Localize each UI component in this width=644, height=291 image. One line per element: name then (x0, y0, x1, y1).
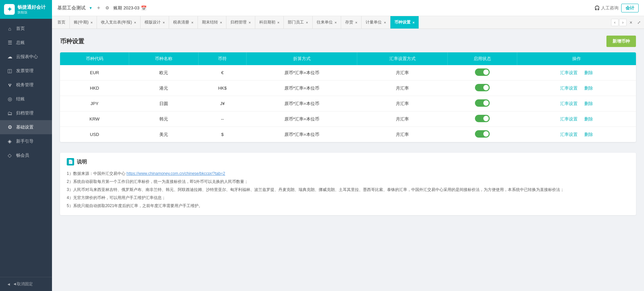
cell-action-0: 汇率设置 删除 (517, 65, 636, 81)
cell-calc-3: 原币*汇率=本位币 (247, 111, 357, 127)
sidebar-item-settings[interactable]: ⚙ 基础设置 (0, 120, 52, 134)
tab-archive-mgr-close[interactable]: × (249, 20, 251, 25)
tab-currency-close[interactable]: × (413, 20, 415, 25)
rate-setting-link-4[interactable]: 汇率设置 (560, 132, 578, 137)
table-row: HKD 港元 HK$ 原币*汇率=本位币 月汇率 汇率设置 删除 (60, 81, 636, 96)
sidebar-item-invoice[interactable]: ◫ 发票管理 (0, 64, 52, 78)
toggle-enabled-1[interactable] (475, 84, 490, 91)
toggle-enabled-3[interactable] (475, 115, 490, 122)
tab-unit[interactable]: 计量单位 × (362, 16, 390, 29)
tab-unit-label: 计量单位 (366, 19, 382, 25)
tab-prev-button[interactable]: ‹ (611, 19, 619, 26)
rate-setting-link-0[interactable]: 汇率设置 (560, 70, 578, 75)
tab-home[interactable]: 首页 (53, 16, 70, 29)
currency-table: 币种代码 币种名称 币符 折算方式 汇率设置方式 启用状态 操作 EUR 欧元 … (60, 52, 636, 142)
cell-code-2: JPY (60, 96, 129, 111)
sidebar-label-report: 云报表中心 (16, 54, 38, 60)
sidebar-item-tax[interactable]: ⛛ 税务管理 (0, 78, 52, 92)
tab-archive-mgr[interactable]: 归档管理 × (226, 16, 255, 29)
tab-stock-close[interactable]: × (355, 20, 357, 25)
sidebar: ✦ 畅捷通好会计 旗舰版 ⌂ 首页 ☰ 总账 ☁ 云报表中心 ◫ 发票管理 ⛛ … (0, 0, 52, 291)
tab-stock[interactable]: 存货 × (341, 16, 362, 29)
sidebar-label-guide: 新手引导 (16, 138, 34, 144)
delete-link-0[interactable]: 删除 (584, 70, 593, 75)
notes-header: 📄 说明 (67, 158, 629, 165)
cell-status-4 (448, 127, 517, 142)
tab-dept[interactable]: 部门员工 × (284, 16, 312, 29)
toggle-enabled-4[interactable] (475, 130, 490, 138)
note-item-2: 3）人民币对马来西亚林吉特、俄罗斯卢布、南非兰特、韩元、阿联酋迪拉姆、沙特里亚尔… (67, 186, 629, 194)
main-area: 基层工会测试 ▾ ＋ ⚙ 账期 2023-03 📅 🎧 人工咨询 会计 首页 账… (52, 0, 644, 291)
cell-symbol-3: -- (198, 111, 247, 127)
period-value: 2023-03 (123, 5, 140, 10)
add-tab-button[interactable]: ＋ (96, 4, 101, 11)
content-area: 币种设置 新增币种 币种代码 币种名称 币符 折算方式 汇率设置方式 启用状态 … (52, 29, 644, 291)
sidebar-nav: ⌂ 首页 ☰ 总账 ☁ 云报表中心 ◫ 发票管理 ⛛ 税务管理 ◎ 结账 🗂 归… (0, 19, 52, 277)
tab-close-all-button[interactable]: × (627, 19, 635, 26)
tab-income[interactable]: 收入支出表(年报) × (97, 16, 140, 29)
cell-code-4: USD (60, 127, 129, 142)
cell-symbol-4: $ (198, 127, 247, 142)
tab-tax-clear-close[interactable]: × (191, 20, 193, 25)
toggle-enabled-2[interactable] (475, 99, 490, 107)
cell-calc-0: 原币*汇率=本位币 (247, 65, 357, 81)
sidebar-item-ledger[interactable]: ☰ 总账 (0, 36, 52, 50)
delete-link-4[interactable]: 删除 (584, 132, 593, 137)
tab-period[interactable]: 账(中期) × (70, 16, 97, 29)
delete-link-3[interactable]: 删除 (584, 116, 593, 122)
tab-unit-close[interactable]: × (384, 20, 386, 25)
tab-next-button[interactable]: › (619, 19, 627, 26)
cell-action-1: 汇率设置 删除 (517, 81, 636, 96)
delete-link-1[interactable]: 删除 (584, 86, 593, 91)
tab-tax-clear[interactable]: 税表清册 × (169, 16, 198, 29)
tab-template-close[interactable]: × (163, 20, 165, 25)
tab-income-label: 收入支出表(年报) (101, 19, 132, 25)
tab-currency-label: 币种设置 (394, 19, 411, 25)
account-button[interactable]: 会计 (621, 4, 639, 12)
tab-period-label: 账(中期) (74, 19, 89, 25)
rate-setting-link-3[interactable]: 汇率设置 (560, 116, 578, 122)
delete-link-2[interactable]: 删除 (584, 101, 593, 106)
note-item-3: 4）无官方牌价的币种，可以用用户手工维护汇率信息； (67, 194, 629, 202)
sidebar-pin-toggle[interactable]: ◄ ◄取消固定 (0, 277, 52, 291)
col-action: 操作 (517, 52, 636, 65)
tab-subject-close[interactable]: × (277, 20, 279, 25)
tab-period-end[interactable]: 期末结转 × (198, 16, 226, 29)
sidebar-item-archive[interactable]: 🗂 归档管理 (0, 106, 52, 120)
sidebar-item-guide[interactable]: ◈ 新手引导 (0, 134, 52, 148)
notes-section: 📄 说明 1）数据来源：中国外汇交易中心 https://www.chinamo… (60, 153, 636, 215)
cell-name-4: 美元 (129, 127, 199, 142)
toggle-enabled-0[interactable] (475, 68, 490, 76)
calendar-icon[interactable]: 📅 (141, 5, 147, 11)
sidebar-item-member[interactable]: ◇ 畅会员 (0, 148, 52, 162)
china-money-link[interactable]: https://www.chinamoney.com.cn/chinese/bk… (126, 171, 225, 176)
tab-partner-close[interactable]: × (335, 20, 337, 25)
sidebar-item-home[interactable]: ⌂ 首页 (0, 21, 52, 36)
new-currency-button[interactable]: 新增币种 (606, 36, 636, 47)
settings-gear-icon[interactable]: ⚙ (105, 5, 109, 10)
tab-currency[interactable]: 币种设置 × (390, 16, 419, 29)
notes-icon: 📄 (67, 158, 74, 165)
tab-subject[interactable]: 科目期初 × (255, 16, 284, 29)
tab-dept-close[interactable]: × (306, 20, 308, 25)
tab-period-close[interactable]: × (91, 20, 93, 25)
tab-period-end-close[interactable]: × (220, 20, 222, 25)
sidebar-item-report[interactable]: ☁ 云报表中心 (0, 50, 52, 64)
support-button[interactable]: 🎧 人工咨询 (594, 5, 619, 11)
notes-list: 1）数据来源：中国外汇交易中心 https://www.chinamoney.c… (67, 169, 629, 210)
tax-icon: ⛛ (7, 82, 13, 88)
tab-subject-label: 科目期初 (259, 19, 275, 25)
tab-income-close[interactable]: × (134, 20, 136, 25)
rate-setting-link-1[interactable]: 汇率设置 (560, 86, 578, 91)
rate-setting-link-2[interactable]: 汇率设置 (560, 101, 578, 106)
sidebar-item-checkout[interactable]: ◎ 结账 (0, 92, 52, 106)
tab-partner[interactable]: 往来单位 × (313, 16, 341, 29)
tab-template[interactable]: 模版设计 × (141, 16, 169, 29)
member-icon: ◇ (7, 152, 13, 158)
project-dropdown-icon[interactable]: ▾ (90, 5, 92, 10)
tab-stock-label: 存货 (345, 19, 353, 25)
tab-expand-button[interactable]: ⤢ (635, 19, 643, 26)
logo-icon: ✦ (4, 4, 15, 15)
tab-partner-label: 往来单位 (317, 19, 333, 25)
report-icon: ☁ (7, 54, 13, 60)
